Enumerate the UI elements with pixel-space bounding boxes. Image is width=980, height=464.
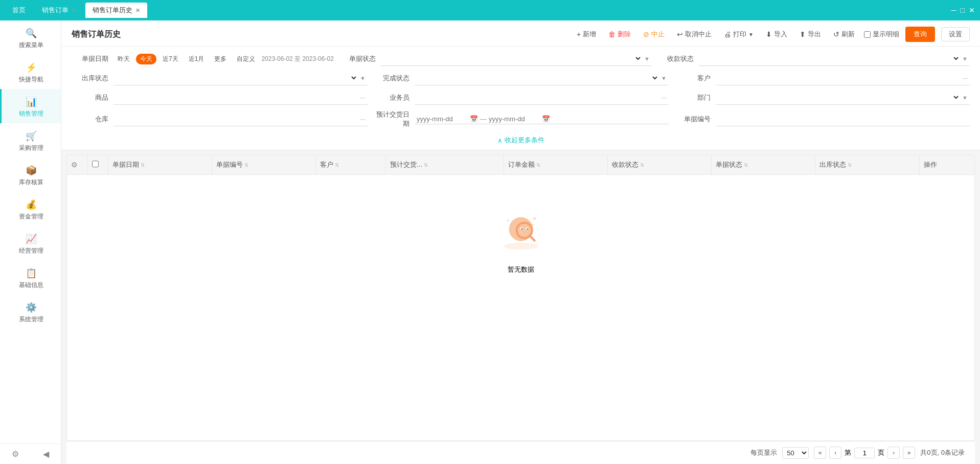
filter-label-date: 单据日期 xyxy=(72,54,108,63)
query-button[interactable]: 查询 xyxy=(905,27,935,42)
import-icon: ⬇ xyxy=(766,30,772,38)
salesperson-input[interactable] xyxy=(417,94,659,101)
tab-sales-history-close[interactable]: ✕ xyxy=(135,7,140,14)
date-btn-custom[interactable]: 自定义 xyxy=(233,54,259,64)
th-payment-status-sort-icon[interactable]: ⇅ xyxy=(640,162,644,168)
delete-button[interactable]: 🗑 删除 xyxy=(605,28,634,41)
tab-sales-order[interactable]: 销售订单 ✕ xyxy=(35,3,83,18)
table-gear-icon[interactable]: ⚙ xyxy=(71,161,78,169)
th-payment-status-label: 收款状态 xyxy=(612,160,639,169)
tab-home-label: 首页 xyxy=(12,6,26,15)
th-out-status-sort-icon[interactable]: ⇅ xyxy=(848,162,852,168)
filter-customer[interactable]: ··· xyxy=(716,71,970,85)
delivery-date-from-input[interactable] xyxy=(417,115,468,123)
sidebar-collapse-icon[interactable]: ◀ xyxy=(43,449,49,459)
page-nav: « ‹ 第 页 › » xyxy=(814,447,915,459)
search-menu-icon: 🔍 xyxy=(26,28,37,39)
filter-salesperson[interactable]: ··· xyxy=(415,91,669,105)
export-button[interactable]: ⬆ 导出 xyxy=(796,28,824,41)
refresh-button[interactable]: ↺ 刷新 xyxy=(830,28,858,41)
out-status-select[interactable] xyxy=(116,74,358,82)
calendar-to-icon[interactable]: 📅 xyxy=(542,115,550,123)
settings-button[interactable]: 设置 xyxy=(941,27,970,41)
warehouse-input[interactable] xyxy=(116,115,358,123)
th-number-sort-icon[interactable]: ⇅ xyxy=(244,162,248,168)
sidebar-item-purchase[interactable]: 🛒 采购管理 xyxy=(0,123,61,158)
page-prev-button[interactable]: ‹ xyxy=(829,447,841,459)
tab-home[interactable]: 首页 xyxy=(5,3,33,18)
page-label-before: 第 xyxy=(845,448,851,457)
customer-input[interactable] xyxy=(718,74,960,82)
filter-payment-status[interactable]: ▼ xyxy=(699,52,970,66)
sidebar-item-purchase-label: 采购管理 xyxy=(19,144,43,152)
top-bar: 首页 销售订单 ✕ 销售订单历史 ✕ ─ □ ✕ xyxy=(0,0,980,20)
filter-warehouse[interactable]: ··· xyxy=(113,112,368,126)
print-button[interactable]: 🖨 打印 ▼ xyxy=(721,28,757,41)
th-amount-label: 订单金额 xyxy=(508,160,535,169)
tab-sales-history[interactable]: 销售订单历史 ✕ xyxy=(85,3,147,18)
dept-select[interactable] xyxy=(718,93,960,102)
tab-sales-order-close[interactable]: ✕ xyxy=(72,7,76,14)
date-btn-today[interactable]: 今天 xyxy=(136,54,156,64)
date-btn-yesterday[interactable]: 昨天 xyxy=(113,54,134,64)
sidebar-item-sales[interactable]: 📊 销售管理 xyxy=(0,89,61,123)
sidebar-item-operations[interactable]: 📈 经营管理 xyxy=(0,226,61,260)
page-size-select[interactable]: 50 10 20 100 xyxy=(782,447,809,459)
date-btn-1month[interactable]: 近1月 xyxy=(185,54,209,64)
sidebar-item-inventory[interactable]: 📦 库存核算 xyxy=(0,158,61,192)
new-button[interactable]: + 新增 xyxy=(574,28,599,41)
delivery-date-to-input[interactable] xyxy=(489,115,540,123)
date-btn-more[interactable]: 更多 xyxy=(210,54,231,64)
date-btn-7days[interactable]: 近7天 xyxy=(158,54,183,64)
display-toggle-checkbox[interactable] xyxy=(864,31,871,38)
page-first-button[interactable]: « xyxy=(814,447,826,459)
page-header: 销售订单历史 + 新增 🗑 删除 ⊘ 中止 ↩ 取消中止 xyxy=(61,20,980,47)
window-close-icon[interactable]: ✕ xyxy=(969,6,975,14)
payment-status-arrow-icon: ▼ xyxy=(962,56,968,62)
filter-doc-number[interactable] xyxy=(716,112,970,126)
filter-dept[interactable]: ▼ xyxy=(716,91,970,105)
page-next-button[interactable]: › xyxy=(887,447,900,459)
payment-status-select[interactable] xyxy=(701,54,960,63)
stop-button[interactable]: ⊘ 中止 xyxy=(640,28,668,41)
product-dots-icon[interactable]: ··· xyxy=(360,94,366,101)
th-customer-sort-icon[interactable]: ⇅ xyxy=(335,162,339,168)
empty-text: 暂无数据 xyxy=(508,265,534,274)
cancel-stop-button[interactable]: ↩ 取消中止 xyxy=(674,28,715,41)
display-toggle: 显示明细 xyxy=(864,30,899,39)
filter-doc-status[interactable]: ▼ xyxy=(381,52,652,66)
sidebar-item-system[interactable]: ⚙️ 系统管理 xyxy=(0,295,61,329)
filter-out-status[interactable]: ▼ xyxy=(113,71,368,85)
window-minimize-icon[interactable]: ─ xyxy=(951,6,956,14)
select-all-checkbox[interactable] xyxy=(92,161,99,167)
page-number-input[interactable] xyxy=(854,448,875,458)
collapse-bar[interactable]: ∧ 收起更多条件 xyxy=(72,134,970,145)
warehouse-dots-icon[interactable]: ··· xyxy=(360,115,366,123)
import-button[interactable]: ⬇ 导入 xyxy=(763,28,790,41)
sidebar-item-finance[interactable]: 💰 资金管理 xyxy=(0,192,61,226)
svg-point-0 xyxy=(504,243,538,250)
th-delivery-date-sort-icon[interactable]: ⇅ xyxy=(424,162,428,168)
cancel-stop-label: 取消中止 xyxy=(685,30,712,39)
page-last-button[interactable]: » xyxy=(903,447,915,459)
product-input[interactable] xyxy=(116,94,358,101)
doc-status-select[interactable] xyxy=(383,54,642,63)
th-amount-sort-icon[interactable]: ⇅ xyxy=(536,162,540,168)
sidebar-item-search-menu[interactable]: 🔍 搜索菜单 xyxy=(0,20,61,55)
salesperson-dots-icon[interactable]: ··· xyxy=(661,94,667,101)
th-doc-status-label: 单据状态 xyxy=(716,160,742,169)
doc-number-input[interactable] xyxy=(718,115,968,123)
filter-done-status[interactable]: ▼ xyxy=(415,71,669,85)
th-doc-status-sort-icon[interactable]: ⇅ xyxy=(744,162,748,168)
customer-dots-icon[interactable]: ··· xyxy=(962,74,968,82)
done-status-select[interactable] xyxy=(417,74,659,82)
sidebar-settings-icon[interactable]: ⚙ xyxy=(12,449,19,459)
table-header-row: ⚙ 单据日期 ⇅ xyxy=(67,155,974,175)
out-status-arrow-icon: ▼ xyxy=(360,75,366,81)
sidebar-item-quick-nav[interactable]: ⚡ 快捷导航 xyxy=(0,55,61,89)
th-date-sort-icon[interactable]: ⇅ xyxy=(141,162,145,168)
sidebar-item-basic-info[interactable]: 📋 基础信息 xyxy=(0,260,61,295)
window-maximize-icon[interactable]: □ xyxy=(961,6,965,14)
filter-product[interactable]: ··· xyxy=(113,91,368,105)
calendar-from-icon[interactable]: 📅 xyxy=(470,115,478,123)
